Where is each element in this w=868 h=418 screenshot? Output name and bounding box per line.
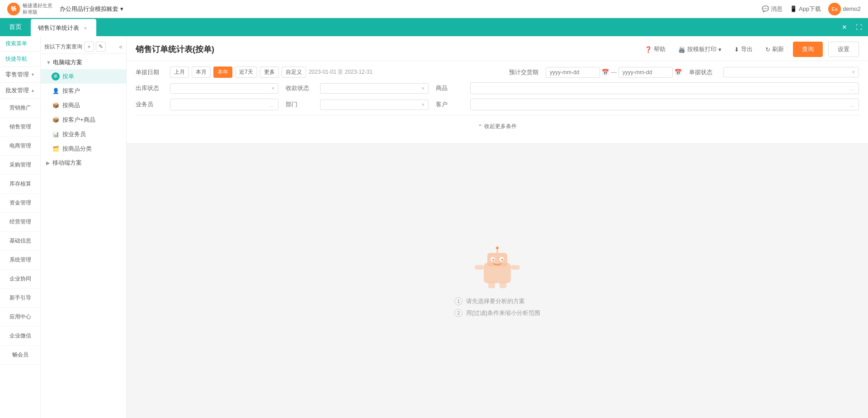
collapse-icon: ⌃ bbox=[478, 124, 482, 130]
refresh-btn[interactable]: ↻ 刷新 bbox=[762, 43, 788, 55]
date-more-btn[interactable]: 更多 bbox=[260, 66, 279, 78]
sidebar-item-newbie[interactable]: 新手引导 bbox=[0, 289, 40, 308]
date-last-month-btn[interactable]: 上月 bbox=[170, 66, 189, 78]
company-name: 办公用品行业模拟账套 bbox=[60, 5, 118, 13]
sidebar-item-purchase[interactable]: 采购管理 bbox=[0, 156, 40, 175]
date-last7-btn[interactable]: 近7天 bbox=[235, 66, 257, 78]
ship-status-select[interactable]: ▾ bbox=[170, 83, 278, 94]
query-button[interactable]: 查询 bbox=[793, 42, 823, 57]
sidebar-item-system[interactable]: 系统管理 bbox=[0, 251, 40, 270]
svg-rect-8 bbox=[475, 265, 484, 270]
sidebar-item-collab[interactable]: 企业协同 bbox=[0, 270, 40, 289]
mobile-group[interactable]: ▶ 移动端方案 bbox=[41, 156, 126, 170]
date-this-month-btn[interactable]: 本月 bbox=[192, 66, 211, 78]
sidebar-collab-label: 企业协同 bbox=[9, 275, 31, 283]
expected-date-to[interactable] bbox=[618, 67, 673, 78]
close-window-btn[interactable]: ✕ bbox=[839, 22, 850, 33]
expected-date-wrap: 📅 — 📅 bbox=[546, 67, 682, 78]
scheme-by-staff[interactable]: 📊 按业务员 bbox=[41, 127, 126, 142]
page-actions: ❓ 帮助 🖨️ 按模板打印 ▾ ⬇ 导出 ↻ 刷新 bbox=[641, 42, 859, 57]
help-icon: ❓ bbox=[645, 46, 652, 53]
scheme-by-order[interactable]: 单 按单 bbox=[41, 69, 126, 84]
goods-more-btn[interactable]: ... bbox=[849, 85, 855, 92]
sidebar-item-vip[interactable]: 畅会员 bbox=[0, 346, 40, 365]
sidebar-item-finance[interactable]: 资金管理 bbox=[0, 194, 40, 213]
export-btn[interactable]: ⬇ 导出 bbox=[731, 43, 756, 55]
tip-text-1: 请先选择要分析的方案 bbox=[466, 297, 525, 305]
sidebar-item-marketing[interactable]: 营销推广 bbox=[0, 99, 40, 118]
messages-btn[interactable]: 💬 消息 bbox=[762, 5, 783, 13]
sidebar-item-operation[interactable]: 经营管理 bbox=[0, 213, 40, 232]
department-select[interactable]: ▾ bbox=[320, 100, 429, 110]
user-area[interactable]: Ea demo2 bbox=[828, 3, 861, 15]
status-select[interactable]: ▾ bbox=[723, 67, 859, 77]
scheme-by-goods-category[interactable]: 🗂️ 按商品分类 bbox=[41, 142, 126, 156]
sidebar-item-basic[interactable]: 基础信息 bbox=[0, 232, 40, 251]
app-download-btn[interactable]: 📱 App下载 bbox=[790, 5, 821, 13]
main-layout: 搜索菜单 快捷导航 零售管理 批发管理 营销推广 销售管理 电商管理 采购管理 … bbox=[0, 36, 868, 418]
collapse-more-btn[interactable]: ⌃ 收起更多条件 bbox=[478, 120, 517, 133]
scheme-by-customer-goods[interactable]: 📦 按客户+商品 bbox=[41, 113, 126, 127]
filter-row-2: 出库状态 ▾ 收款状态 ▾ 商品 ... bbox=[136, 82, 859, 94]
tip-text-2: 用[过滤]条件来缩小分析范围 bbox=[466, 309, 540, 317]
svg-point-7 bbox=[496, 247, 499, 249]
sidebar-item-retail[interactable]: 零售管理 bbox=[0, 67, 40, 83]
left-panel: 按以下方案查询 ＋ ✎ « ▼ 电脑端方案 单 按单 👤 按客户 bbox=[41, 36, 127, 418]
sidebar-finance-label: 资金管理 bbox=[9, 199, 31, 207]
empty-tip-2: 2 用[过滤]条件来缩小分析范围 bbox=[454, 309, 540, 317]
sidebar-item-sales[interactable]: 销售管理 bbox=[0, 118, 40, 137]
salesman-field[interactable]: ... bbox=[170, 99, 278, 110]
sidebar-marketing-label: 营销推广 bbox=[9, 104, 31, 112]
calendar-icon-1[interactable]: 📅 bbox=[602, 69, 609, 76]
expected-date-from[interactable] bbox=[546, 67, 600, 78]
sidebar-sales-label: 销售管理 bbox=[9, 123, 31, 131]
sidebar: 搜索菜单 快捷导航 零售管理 批发管理 营销推广 销售管理 电商管理 采购管理 … bbox=[0, 36, 41, 418]
sidebar-search[interactable]: 搜索菜单 bbox=[0, 36, 40, 52]
page-header: 销售订单统计表(按单) ❓ 帮助 🖨️ 按模板打印 ▾ ⬇ 导出 bbox=[127, 36, 868, 61]
pc-group-header[interactable]: ▼ 电脑端方案 bbox=[41, 56, 126, 69]
refresh-label: 刷新 bbox=[772, 45, 784, 53]
date-custom-btn[interactable]: 自定义 bbox=[282, 66, 306, 78]
panel-toolbar: 按以下方案查询 ＋ ✎ « bbox=[41, 40, 126, 54]
home-tab[interactable]: 首页 bbox=[0, 18, 31, 36]
sidebar-inventory-label: 库存核算 bbox=[9, 180, 31, 188]
dept-select-arrow: ▾ bbox=[422, 102, 425, 108]
department-label: 部门 bbox=[286, 100, 313, 109]
sidebar-item-appstore[interactable]: 应用中心 bbox=[0, 308, 40, 327]
payment-select-arrow: ▾ bbox=[422, 86, 425, 91]
status-label: 单据状态 bbox=[689, 68, 716, 76]
scheme-by-goods[interactable]: 📦 按商品 bbox=[41, 98, 126, 113]
tab-close-btn[interactable]: × bbox=[82, 24, 89, 32]
expected-date-label: 预计交货期 bbox=[509, 68, 538, 76]
scheme-label: 按商品分类 bbox=[62, 145, 92, 153]
mobile-group-label: 移动端方案 bbox=[52, 159, 82, 167]
customer-more-btn[interactable]: ... bbox=[849, 101, 855, 108]
scheme-by-customer[interactable]: 👤 按客户 bbox=[41, 84, 126, 98]
goods-field[interactable]: ... bbox=[470, 82, 859, 94]
empty-illustration bbox=[470, 245, 524, 290]
scheme-label: 按商品 bbox=[62, 101, 80, 109]
collapse-panel-btn[interactable]: « bbox=[119, 43, 123, 50]
payment-status-select[interactable]: ▾ bbox=[320, 83, 429, 94]
export-label: 导出 bbox=[741, 45, 753, 53]
company-selector[interactable]: 办公用品行业模拟账套 ▾ bbox=[56, 3, 127, 15]
sidebar-quick-nav[interactable]: 快捷导航 bbox=[0, 52, 40, 67]
active-tab[interactable]: 销售订单统计表 × bbox=[31, 19, 96, 37]
sidebar-appstore-label: 应用中心 bbox=[9, 313, 31, 321]
scheme-label: 按客户 bbox=[62, 87, 80, 95]
settings-button[interactable]: 设置 bbox=[828, 42, 859, 57]
date-this-year-btn[interactable]: 本年 bbox=[213, 66, 232, 78]
calendar-icon-2[interactable]: 📅 bbox=[675, 69, 682, 76]
help-btn[interactable]: ❓ 帮助 bbox=[641, 43, 669, 55]
sidebar-item-ecommerce[interactable]: 电商管理 bbox=[0, 137, 40, 156]
edit-scheme-btn[interactable]: ✎ bbox=[96, 42, 106, 52]
filter-row-3: 业务员 ... 部门 ▾ 客户 ... bbox=[136, 99, 859, 110]
fullscreen-btn[interactable]: ⛶ bbox=[854, 22, 864, 33]
sidebar-item-inventory[interactable]: 库存核算 bbox=[0, 175, 40, 194]
sidebar-item-wholesale[interactable]: 批发管理 bbox=[0, 83, 40, 99]
add-scheme-btn[interactable]: ＋ bbox=[84, 42, 94, 52]
customer-field[interactable]: ... bbox=[470, 99, 859, 110]
template-print-btn[interactable]: 🖨️ 按模板打印 ▾ bbox=[675, 43, 725, 55]
salesman-more-btn[interactable]: ... bbox=[269, 101, 274, 108]
sidebar-item-wechat[interactable]: 企业微信 bbox=[0, 327, 40, 346]
